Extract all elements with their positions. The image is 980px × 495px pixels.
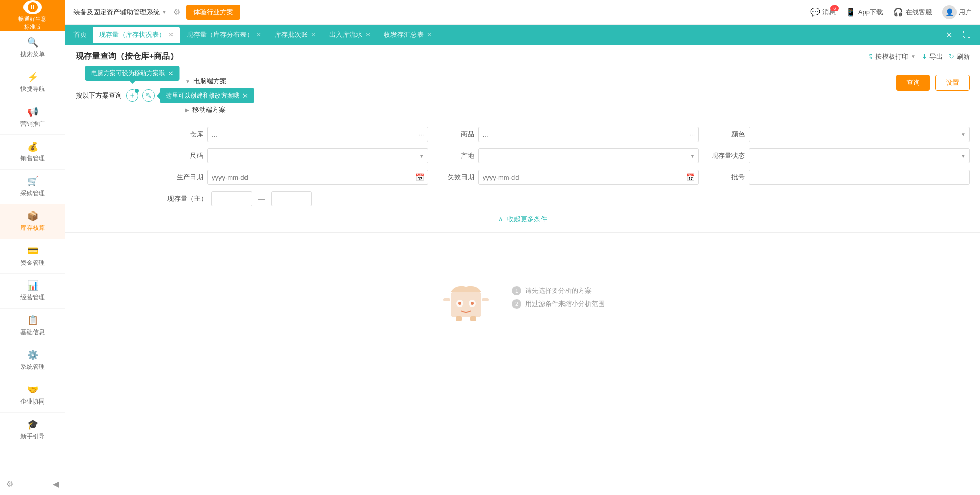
tab-batch[interactable]: 库存批次账 ✕ (268, 27, 322, 43)
export-action[interactable]: ⬇ 导出 (922, 52, 943, 61)
svg-rect-8 (470, 316, 476, 321)
filter-row-color: 颜色 ▼ (709, 127, 970, 142)
filter-action-bar: 查询 设置 (896, 75, 970, 91)
filter-row-expire-date: 失效日期 📅 (438, 170, 699, 185)
produce-date-label: 生产日期 (167, 173, 203, 182)
collapse-bar[interactable]: ∧ 收起更多条件 (76, 210, 970, 228)
settings-icon[interactable]: ⚙ (173, 7, 180, 17)
svg-point-4 (471, 302, 474, 305)
sidebar-item-inventory[interactable]: 📦 库存核算 (0, 204, 65, 239)
nav-icon: ⚡ (27, 72, 38, 83)
sidebar-item-operations[interactable]: 📊 经营管理 (0, 274, 65, 309)
page-title: 现存量查询（按仓库+商品） (76, 51, 178, 62)
tab-current-status[interactable]: 现存量（库存状况表） ✕ (93, 27, 180, 43)
sidebar-logo: 畅通好生意 标准版 (0, 0, 65, 31)
add-scheme-btn[interactable]: ＋ (126, 89, 138, 102)
tab-current-status-label: 现存量（库存状况表） (99, 30, 165, 39)
print-action[interactable]: 🖨 按模板打印 ▼ (867, 52, 916, 61)
tab-close-all-icon[interactable]: ✕ (943, 29, 955, 41)
app-download-label: App下载 (858, 8, 883, 17)
stock-qty-end-input[interactable] (271, 191, 312, 206)
footer-settings-icon[interactable]: ⚙ (6, 479, 13, 489)
message-action[interactable]: 💬 消息 6 (810, 7, 836, 17)
tab-current-dist-label: 现存量（库存分布表） (187, 30, 253, 39)
sidebar-item-guide[interactable]: 🎓 新手引导 (0, 413, 65, 447)
top-header: 装备及固定资产辅助管理系统 ▼ ⚙ 体验行业方案 💬 消息 6 📱 App下载 … (65, 0, 980, 25)
step-2-num: 2 (512, 299, 521, 309)
system-icon: ⚙️ (27, 349, 38, 361)
sidebar-item-nav[interactable]: ⚡ 快捷导航 (0, 65, 65, 100)
batch-input[interactable] (749, 170, 970, 185)
sidebar-item-base[interactable]: 📋 基础信息 (0, 309, 65, 343)
query-button[interactable]: 查询 (896, 75, 930, 91)
stock-qty-label: 现存量（主） (167, 194, 207, 203)
tab-batch-close[interactable]: ✕ (311, 32, 316, 38)
step-1-num: 1 (512, 286, 521, 295)
range-separator: — (256, 195, 267, 203)
sidebar-item-system[interactable]: ⚙️ 系统管理 (0, 343, 65, 378)
stock-status-select[interactable] (749, 148, 970, 163)
base-icon: 📋 (27, 315, 38, 326)
size-select[interactable] (207, 148, 428, 163)
edit-scheme-tooltip-close[interactable]: ✕ (242, 92, 248, 100)
online-service-action[interactable]: 🎧 在线客服 (893, 7, 932, 17)
scheme-tooltip-close[interactable]: ✕ (168, 69, 174, 77)
warehouse-input[interactable] (207, 127, 428, 142)
tab-collect-close[interactable]: ✕ (427, 32, 432, 38)
sidebar-item-marketing[interactable]: 📢 营销推广 (0, 100, 65, 135)
setting-button[interactable]: 设置 (935, 75, 970, 91)
online-service-label: 在线客服 (905, 8, 932, 17)
color-select[interactable] (749, 127, 970, 142)
goods-select-wrap: ··· (478, 127, 699, 142)
search-icon: 🔍 (27, 37, 38, 48)
tab-current-status-close[interactable]: ✕ (168, 32, 174, 38)
user-action[interactable]: 👤 用户 (942, 5, 972, 19)
page-title-bar: 现存量查询（按仓库+商品） 🖨 按模板打印 ▼ ⬇ 导出 ↻ 刷新 (65, 45, 980, 68)
edit-scheme-btn[interactable]: ✎ (142, 89, 155, 102)
sidebar-item-sales[interactable]: 💰 销售管理 (0, 135, 65, 170)
tab-inout[interactable]: 出入库流水 ✕ (323, 27, 377, 43)
stock-qty-start-input[interactable] (211, 191, 252, 206)
filter-label: 按以下方案查询 (76, 91, 122, 100)
system-selector[interactable]: 装备及固定资产辅助管理系统 ▼ (74, 8, 167, 17)
size-label: 尺码 (167, 151, 203, 160)
tab-collect[interactable]: 收发存汇总表 ✕ (378, 27, 438, 43)
user-avatar: 👤 (942, 5, 957, 19)
sidebar-item-purchase[interactable]: 🛒 采购管理 (0, 170, 65, 204)
refresh-action[interactable]: ↻ 刷新 (949, 52, 970, 61)
expire-date-label: 失效日期 (438, 173, 474, 182)
collapse-label: 收起更多条件 (507, 215, 547, 223)
service-icon: 🎧 (893, 7, 903, 17)
step-1-text: 请先选择要分析的方案 (525, 286, 592, 295)
tab-current-dist-close[interactable]: ✕ (256, 32, 261, 38)
message-badge: 6 (830, 5, 839, 11)
print-label: 按模板打印 (875, 52, 909, 61)
tab-inout-label: 出入库流水 (329, 30, 362, 39)
origin-label: 产地 (438, 151, 474, 160)
app-download-action[interactable]: 📱 App下载 (846, 7, 883, 17)
operations-icon: 📊 (27, 280, 38, 291)
tab-current-dist[interactable]: 现存量（库存分布表） ✕ (181, 27, 267, 43)
tab-inout-close[interactable]: ✕ (365, 32, 371, 38)
footer-collapse-icon[interactable]: ◀ (53, 479, 59, 489)
origin-select-wrap: ▼ (478, 148, 699, 163)
goods-input[interactable] (478, 127, 699, 142)
logo-sub: 标准版 (24, 23, 41, 31)
origin-select[interactable] (478, 148, 699, 163)
sidebar-label-base: 基础信息 (20, 328, 45, 337)
page-actions: 🖨 按模板打印 ▼ ⬇ 导出 ↻ 刷新 (867, 52, 970, 61)
produce-date-start-input[interactable] (207, 170, 428, 185)
sidebar-item-finance[interactable]: 💳 资金管理 (0, 239, 65, 274)
scheme-tree-mobile[interactable]: ▶ 移动端方案 (185, 103, 227, 116)
sidebar-label-finance: 资金管理 (20, 258, 45, 267)
tab-expand-icon[interactable]: ⛶ (960, 29, 974, 40)
color-label: 颜色 (709, 130, 745, 139)
tab-home[interactable]: 首页 (67, 27, 93, 43)
expire-date-start-input[interactable] (478, 170, 699, 185)
sidebar-item-search[interactable]: 🔍 搜索菜单 (0, 31, 65, 65)
scheme-tree-desktop[interactable]: ▼ 电脑端方案 (185, 75, 227, 88)
sidebar-item-enterprise[interactable]: 🤝 企业协同 (0, 378, 65, 413)
filter-header: 按以下方案查询 ＋ 电脑方案可设为移动方案哦 ✕ (76, 75, 970, 116)
size-select-wrap: ▼ (207, 148, 428, 163)
trial-button[interactable]: 体验行业方案 (186, 5, 240, 20)
